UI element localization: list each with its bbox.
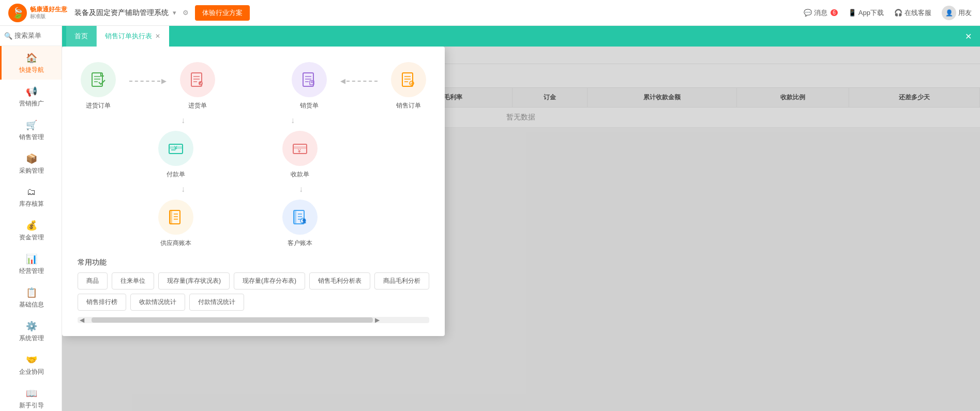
inventory-icon: 🗂 (27, 187, 36, 197)
trial-button[interactable]: 体验行业方案 (195, 5, 250, 21)
sidebar-item-marketing[interactable]: 📢 营销推广 (0, 80, 62, 113)
common-func-btn-0[interactable]: 商品 (78, 272, 108, 290)
sidebar-item-basic[interactable]: 📋 基础信息 (0, 281, 62, 314)
scrollbar-thumb[interactable] (92, 317, 373, 323)
sales-bill-circle (292, 62, 327, 97)
common-func-btn-4[interactable]: 销售毛利分析表 (309, 272, 370, 290)
app-download-button[interactable]: 📱 App下载 (848, 8, 884, 18)
user-avatar-area[interactable]: 👤 用友 (942, 6, 972, 20)
svg-text:👤: 👤 (301, 218, 307, 223)
svg-text:¥: ¥ (174, 145, 177, 151)
receipt-label: 收款单 (291, 170, 309, 179)
purchase-order-label: 进货订单 (86, 101, 111, 110)
operations-icon: 📊 (26, 253, 37, 265)
flow-row-arrows: ↓ ↓ (78, 115, 429, 126)
flow-row-2: ¥ 付款单 ¥ (78, 131, 429, 179)
flow-node-payment[interactable]: ¥ 付款单 (155, 131, 197, 179)
enterprise-icon: 🤝 (26, 354, 37, 366)
arrow-down-receipt: ↓ (275, 115, 310, 126)
header-right: 💬 消息 6 📱 App下载 🎧 在线客服 👤 用友 (804, 6, 972, 20)
arrow-down-supplier: ↓ (165, 184, 201, 194)
common-func-btn-5[interactable]: 商品毛利分析 (374, 272, 429, 290)
flow-node-sales-bill[interactable]: 销货单 (289, 62, 330, 110)
main-content: 首页 销售订单执行表 ✕ ✕ ❓ 帮助 🖨 按模板打印 ▾ ⬆ 导出 (62, 26, 980, 411)
sidebar-item-enterprise[interactable]: 🤝 企业协同 (0, 348, 62, 382)
phone-icon: 📱 (848, 9, 856, 17)
svg-rect-36 (294, 210, 296, 224)
common-functions: 常用功能 商品往来单位现存量(库存状况表)现存量(库存分布表)销售毛利分析表商品… (78, 258, 429, 311)
top-header: 🍃 畅康通好生意 标准版 装备及固定资产辅助管理系统 ▾ ⚙ 体验行业方案 💬 … (0, 0, 980, 26)
flow-row-1: 进货订单 ▶ (78, 62, 429, 110)
basic-icon: 📋 (26, 287, 37, 298)
flow-node-purchase-bill[interactable]: ✓ 进货单 (177, 62, 218, 110)
sales-icon: 🛒 (26, 119, 37, 131)
message-icon: 💬 (804, 9, 812, 17)
home-icon: 🏠 (26, 52, 37, 64)
flow-node-supplier-ledger[interactable]: 供应商账本 (155, 200, 197, 248)
svg-rect-31 (170, 210, 172, 224)
payment-label: 付款单 (167, 170, 185, 179)
tab-bar-close-button[interactable]: ✕ (961, 32, 976, 41)
customer-ledger-label: 客户账本 (288, 239, 312, 248)
sidebar: 🔍 搜索菜单 🏠 快捷导航 📢 营销推广 🛒 销售管理 📦 采购管理 🗂 库存核… (0, 26, 62, 411)
flow-node-purchase-order[interactable]: 进货订单 (78, 62, 119, 110)
sidebar-item-sales[interactable]: 🛒 销售管理 (0, 113, 62, 147)
sidebar-item-purchase[interactable]: 📦 采购管理 (0, 147, 62, 180)
arrow-down-customer: ↓ (283, 184, 319, 194)
avatar: 👤 (942, 6, 956, 20)
svg-rect-10 (303, 73, 313, 86)
system-title-area: 装备及固定资产辅助管理系统 ▾ ⚙ (74, 8, 189, 18)
sales-order-circle: $ (391, 62, 426, 97)
flow-node-sales-order[interactable]: $ 销售订单 (388, 62, 429, 110)
online-service-button[interactable]: 🎧 在线客服 (894, 8, 931, 18)
scroll-left-arrow[interactable]: ◀ (78, 316, 86, 324)
sidebar-item-guide[interactable]: 📖 新手引导 (0, 382, 62, 411)
common-functions-title: 常用功能 (78, 258, 429, 267)
content-area: ❓ 帮助 🖨 按模板打印 ▾ ⬆ 导出 ↻ 刷新 📅 单据状态 (62, 47, 980, 411)
payment-circle: ¥ (158, 131, 193, 166)
sidebar-item-inventory[interactable]: 🗂 库存核算 (0, 180, 62, 214)
system-title-dropdown-icon[interactable]: ▾ (173, 9, 176, 17)
sidebar-search[interactable]: 🔍 搜索菜单 (0, 26, 62, 46)
purchase-icon: 📦 (26, 153, 37, 164)
common-func-btn-1[interactable]: 往来单位 (112, 272, 154, 290)
tab-sales-order[interactable]: 销售订单执行表 ✕ (97, 26, 169, 47)
flow-row-arrows2: ↓ ↓ (78, 184, 429, 194)
app-logo-icon: 🍃 (8, 4, 27, 22)
supplier-ledger-label: 供应商账本 (160, 239, 191, 248)
arrow-down-payment: ↓ (165, 115, 201, 126)
flow-node-customer-ledger[interactable]: 👤 客户账本 (279, 200, 321, 248)
modal-scrollbar[interactable]: ◀ ▶ (78, 317, 429, 323)
sidebar-item-finance[interactable]: 💰 资金管理 (0, 214, 62, 247)
svg-text:¥: ¥ (297, 148, 301, 154)
flow-diagram: 进货订单 ▶ (78, 62, 429, 248)
settings-gear-icon[interactable]: ⚙ (183, 9, 189, 17)
tab-home[interactable]: 首页 (66, 26, 97, 47)
finance-icon: 💰 (26, 220, 37, 231)
service-icon: 🎧 (894, 9, 902, 17)
customer-ledger-circle: 👤 (282, 200, 318, 235)
svg-text:✓: ✓ (200, 82, 203, 85)
flow-node-receipt[interactable]: ¥ 收款单 (279, 131, 321, 179)
common-func-btn-3[interactable]: 现存量(库存分布表) (234, 272, 305, 290)
sidebar-item-quick-nav[interactable]: 🏠 快捷导航 (0, 46, 62, 80)
receipt-circle: ¥ (282, 131, 318, 166)
tab-close-icon[interactable]: ✕ (155, 33, 160, 40)
search-icon: 🔍 (4, 32, 12, 40)
common-func-btn-7[interactable]: 收款情况统计 (130, 294, 185, 311)
sidebar-item-operations[interactable]: 📊 经营管理 (0, 247, 62, 281)
arrow-purchase-order-to-bill: ▶ (129, 77, 167, 85)
scroll-right-arrow[interactable]: ▶ (373, 316, 382, 324)
system-icon: ⚙️ (26, 321, 37, 332)
logo-text: 畅康通好生意 标准版 (30, 6, 67, 19)
common-func-btn-8[interactable]: 付款情况统计 (189, 294, 244, 311)
common-func-btn-6[interactable]: 销售排行榜 (78, 294, 126, 311)
sales-order-label: 销售订单 (396, 101, 421, 110)
common-func-btn-2[interactable]: 现存量(库存状况表) (158, 272, 230, 290)
tab-bar: 首页 销售订单执行表 ✕ ✕ (62, 26, 980, 47)
sales-bill-label: 销货单 (300, 101, 319, 110)
message-button[interactable]: 💬 消息 6 (804, 8, 838, 18)
sidebar-item-system[interactable]: ⚙️ 系统管理 (0, 314, 62, 348)
guide-icon: 📖 (26, 388, 37, 399)
marketing-icon: 📢 (26, 86, 37, 97)
